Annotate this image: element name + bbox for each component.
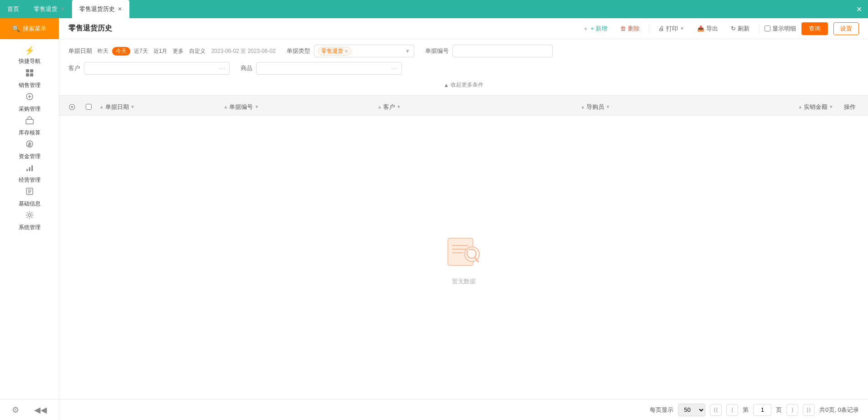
show-detail-input[interactable] [765, 26, 770, 31]
purchase-icon [25, 92, 34, 103]
sort-asc-icon-3: ▲ [377, 104, 382, 109]
doc-date-label: 单据日期 [68, 47, 92, 55]
shortcut-more[interactable]: 更多 [171, 47, 185, 56]
delete-button[interactable]: 🗑 删除 [616, 23, 643, 35]
shortcut-1month[interactable]: 近1月 [152, 47, 169, 56]
sidebar-item-operations[interactable]: 经营管理 [3, 162, 56, 185]
sidebar-item-inventory[interactable]: 库存核算 [3, 115, 56, 138]
sidebar-search-button[interactable]: 🔍 搜索菜单 [0, 18, 59, 39]
main-layout: 🔍 搜索菜单 ⚡ 快捷导航 销售管理 采购管理 [0, 18, 868, 420]
shortcut-today[interactable]: 今天 [112, 47, 130, 56]
customer-placeholder: ··· [219, 64, 226, 73]
print-label: 打印 [666, 25, 678, 33]
query-button[interactable]: 查询 [801, 22, 828, 35]
shortcut-custom[interactable]: 自定义 [187, 47, 207, 56]
th-guide[interactable]: ▲ 导购员 ▼ [578, 103, 732, 111]
doc-no-input[interactable] [452, 45, 553, 57]
new-button[interactable]: ＋ + 新增 [579, 23, 611, 35]
tab-retail-return-history-label: 零售退货历史 [79, 5, 115, 13]
sidebar-audio-button[interactable]: ◀◀ [34, 405, 47, 415]
sidebar-item-system[interactable]: 系统管理 [3, 210, 56, 232]
doc-type-select[interactable]: 零售退货 ✕ ▼ [314, 45, 414, 57]
delete-icon: 🗑 [620, 25, 626, 32]
empty-state: 暂无数据 [59, 116, 868, 399]
th-doc-no[interactable]: ▲ 单据编号 ▼ [221, 103, 375, 111]
top-bar: 首页 零售退货 ✕ 零售退货历史 ✕ ✕ [0, 0, 868, 18]
sort-asc-icon-5: ▲ [798, 104, 802, 109]
page-size-label: 每页显示 [650, 406, 673, 414]
print-button[interactable]: 🖨 打印 ▼ [655, 23, 688, 35]
inventory-icon [25, 116, 34, 127]
tab-retail-return-close[interactable]: ✕ [60, 6, 65, 12]
th-settings[interactable] [64, 103, 80, 111]
refresh-icon: ↻ [731, 25, 736, 32]
tab-retail-return[interactable]: 零售退货 ✕ [26, 0, 72, 18]
svg-rect-0 [26, 69, 29, 72]
show-detail-label: 显示明细 [772, 25, 796, 33]
sidebar-item-quick-nav[interactable]: ⚡ 快捷导航 [3, 44, 56, 67]
shortcut-7days[interactable]: 近7天 [132, 47, 150, 56]
export-button[interactable]: 📤 导出 [693, 23, 722, 35]
customer-label: 客户 [68, 64, 80, 72]
doc-type-tag: 零售退货 ✕ [318, 47, 351, 56]
filter-goods: 商品 ··· [241, 62, 402, 75]
th-doc-date[interactable]: ▲ 单据日期 ▼ [97, 103, 221, 111]
th-checkbox[interactable] [80, 104, 97, 110]
doc-type-tag-text: 零售退货 [321, 47, 343, 55]
sort-desc-icon-5: ▼ [829, 104, 833, 109]
shortcut-yesterday[interactable]: 昨天 [96, 47, 110, 56]
sidebar-menu: ⚡ 快捷导航 销售管理 采购管理 库存核算 [0, 39, 59, 399]
th-doc-date-label: 单据日期 [105, 103, 129, 111]
date-range-text: 2023-06-02 至 2023-06-02 [211, 47, 275, 55]
sidebar: 🔍 搜索菜单 ⚡ 快捷导航 销售管理 采购管理 [0, 18, 59, 420]
new-label: + 新增 [591, 25, 607, 33]
select-all-checkbox[interactable] [86, 104, 92, 110]
next-page-button[interactable]: ⟩ [786, 404, 798, 416]
svg-rect-5 [26, 119, 33, 124]
toolbar-divider-1 [649, 24, 649, 33]
sidebar-item-finance[interactable]: 资金管理 [3, 138, 56, 161]
svg-rect-1 [30, 69, 33, 72]
sidebar-item-quick-nav-label: 快捷导航 [19, 57, 41, 65]
th-customer[interactable]: ▲ 客户 ▼ [375, 103, 578, 111]
sidebar-settings-button[interactable]: ⚙ [12, 405, 19, 415]
tab-retail-return-history-close[interactable]: ✕ [118, 6, 122, 12]
total-label: 共0页, 0条记录 [819, 406, 859, 414]
toolbar: ＋ + 新增 🗑 删除 🖨 打印 ▼ 📤 导出 ↻ [579, 22, 859, 35]
sidebar-item-sales-mgmt[interactable]: 销售管理 [3, 67, 56, 90]
filter-customer: 客户 ··· [68, 62, 230, 75]
filter-row-2: 客户 ··· 商品 ··· [68, 62, 859, 75]
new-icon: ＋ [583, 25, 589, 33]
customer-input[interactable]: ··· [84, 62, 230, 75]
sidebar-footer: ⚙ ◀◀ [0, 399, 59, 420]
first-page-button[interactable]: ⟨⟨ [710, 404, 722, 416]
goods-input[interactable]: ··· [256, 62, 402, 75]
svg-rect-8 [29, 167, 30, 171]
page-size-select[interactable]: 10 20 50 100 [678, 404, 705, 416]
tab-home[interactable]: 首页 [0, 0, 26, 18]
prev-page-button[interactable]: ⟨ [726, 404, 738, 416]
sort-asc-icon-2: ▲ [224, 104, 228, 109]
doc-type-tag-close[interactable]: ✕ [344, 49, 348, 54]
filter-doc-type: 单据类型 零售退货 ✕ ▼ [287, 45, 414, 57]
tab-retail-return-label: 零售退货 [34, 5, 57, 13]
sales-icon [25, 68, 34, 80]
sort-asc-icon: ▲ [99, 104, 104, 109]
sidebar-item-basic-info[interactable]: 基础信息 [3, 186, 56, 209]
svg-rect-7 [26, 169, 28, 171]
last-page-button[interactable]: ⟩⟩ [803, 404, 815, 416]
th-guide-label: 导购员 [586, 103, 604, 111]
refresh-button[interactable]: ↻ 刷新 [727, 23, 753, 35]
delete-label: 删除 [628, 25, 640, 33]
th-amount[interactable]: ▲ 实销金额 ▼ [732, 103, 836, 111]
collapse-bar[interactable]: ▲ 收起更多条件 [68, 79, 859, 92]
show-detail-checkbox[interactable]: 显示明细 [765, 25, 796, 33]
page-number-input[interactable] [753, 404, 771, 416]
set-button[interactable]: 设置 [833, 22, 859, 35]
window-close-button[interactable]: ✕ [850, 0, 868, 18]
content-area: 零售退货历史 ＋ + 新增 🗑 删除 🖨 打印 ▼ 📤 [59, 18, 868, 420]
svg-point-13 [71, 106, 73, 108]
tab-retail-return-history[interactable]: 零售退货历史 ✕ [72, 0, 129, 18]
sidebar-item-purchase-mgmt[interactable]: 采购管理 [3, 91, 56, 114]
empty-text: 暂无数据 [452, 277, 476, 286]
